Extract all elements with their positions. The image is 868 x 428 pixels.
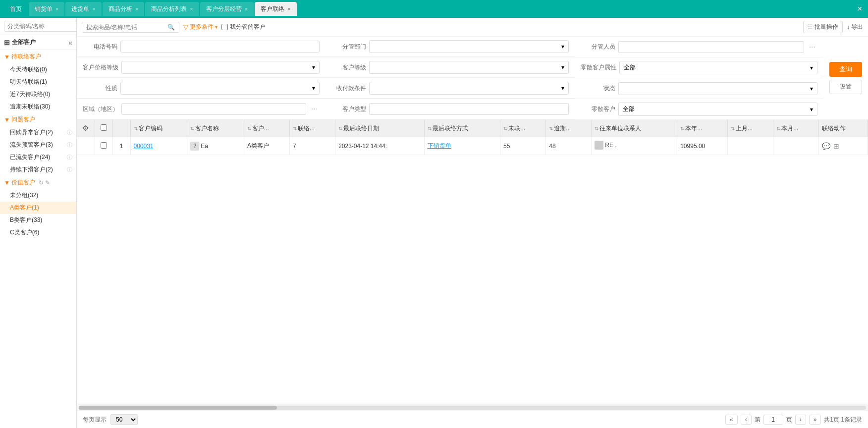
th-this-month: 本月... — [773, 120, 819, 137]
sidebar-item-unclassified[interactable]: 未分组(32) — [0, 189, 76, 202]
sidebar-item-7days[interactable]: 近7天待联络(0) — [0, 88, 76, 101]
filter-payment: 收付款条件 ▾ — [326, 78, 574, 99]
sidebar-item-b-class[interactable]: B类客户(33) — [0, 214, 76, 226]
grid-icon: ⊞ — [4, 39, 10, 47]
chat-icon[interactable]: 💬 — [822, 142, 830, 150]
section-problem-label: 问题客户 — [11, 115, 35, 124]
pagination: 每页显示 50 100 200 « ‹ 第 页 › » 共1页 1条记录 — [77, 411, 868, 428]
page-input[interactable] — [763, 415, 783, 425]
customer-type-input[interactable] — [369, 103, 568, 115]
region-input[interactable] — [121, 103, 306, 115]
sidebar-search-input[interactable] — [4, 21, 77, 32]
prev-page-btn[interactable]: ‹ — [741, 415, 752, 425]
export-btn[interactable]: ↓ 导出 — [847, 21, 863, 33]
sidebar-item-today[interactable]: 今天待联络(0) — [0, 63, 76, 76]
tab-product-list[interactable]: 商品分析列表 × — [145, 2, 199, 16]
filter-row-1: 电话号码 分管部门 ▾ — [77, 37, 823, 57]
search-icon[interactable]: 🔍 — [167, 24, 175, 31]
tab-customer-segment[interactable]: 客户分层经营 × — [200, 2, 254, 16]
row-select-checkbox[interactable] — [101, 142, 107, 149]
retail-attr-select[interactable]: 全部 ▾ — [619, 61, 817, 74]
th-action: 联络动作 — [819, 120, 868, 137]
nature-select[interactable]: ▾ — [120, 82, 320, 95]
sort-class[interactable]: 客户... — [247, 124, 286, 133]
column-settings-icon[interactable]: ⚙ — [82, 124, 89, 132]
search-input[interactable] — [86, 24, 165, 31]
last-method-link[interactable]: 下销货单 — [428, 142, 451, 149]
sort-unit-contact[interactable]: 往来单位联系人 — [595, 124, 674, 133]
tab-product-analysis-close[interactable]: × — [135, 6, 138, 12]
first-page-btn[interactable]: « — [725, 415, 738, 425]
query-btn[interactable]: 查询 — [829, 62, 862, 77]
customer-code-link[interactable]: 000031 — [134, 143, 154, 150]
section-pending-contact[interactable]: ▼ 待联络客户 — [0, 50, 76, 63]
more-icon[interactable]: ⊞ — [833, 142, 839, 150]
tab-customer-contact[interactable]: 客户联络 × — [255, 2, 296, 16]
sort-this-month[interactable]: 本月... — [776, 124, 815, 133]
payment-select[interactable]: ▾ — [369, 82, 568, 95]
section-value-customer[interactable]: ▼ 价值客户 ↻ ✎ — [0, 176, 76, 189]
tab-purchase-close[interactable]: × — [92, 6, 95, 12]
sort-no-contact[interactable]: 未联... — [503, 124, 542, 133]
sidebar-item-repurchase-abnormal[interactable]: 回购异常客户(2) ⓘ — [0, 126, 76, 139]
row-last-method: 下销货单 — [424, 137, 500, 155]
select-all-checkbox[interactable] — [101, 124, 107, 131]
region-dots[interactable]: ··· — [309, 105, 320, 113]
customer-level-select[interactable]: ▾ — [369, 61, 568, 74]
sort-code[interactable]: 客户编码 — [134, 124, 184, 133]
batch-label: 批量操作 — [814, 23, 838, 31]
settings-btn[interactable]: 设置 — [829, 80, 862, 94]
per-page-select[interactable]: 50 100 200 — [110, 414, 138, 425]
sidebar-item-churn-warning[interactable]: 流失预警客户(3) ⓘ — [0, 139, 76, 151]
manager-dots[interactable]: ··· — [807, 43, 817, 52]
sort-last-month[interactable]: 上月... — [731, 124, 770, 133]
tab-product-analysis[interactable]: 商品分析 × — [103, 2, 144, 16]
horizontal-scrollbar[interactable] — [77, 404, 868, 411]
section-problem-customer[interactable]: ▼ 问题客户 — [0, 113, 76, 126]
th-last-month: 上月... — [728, 120, 773, 137]
sidebar-item-overdue[interactable]: 逾期未联络(30) — [0, 101, 76, 113]
sidebar-item-c-class[interactable]: C类客户(6) — [0, 226, 76, 239]
more-filter-btn[interactable]: ▽ 更多条件 ▾ — [183, 23, 217, 31]
unit-contact-avatar — [595, 141, 603, 150]
window-close-btn[interactable]: × — [856, 2, 864, 15]
value-edit-icon[interactable]: ✎ — [45, 179, 50, 186]
sort-contact[interactable]: 联络... — [293, 124, 332, 133]
sidebar-item-a-class[interactable]: A类客户(1) — [0, 202, 76, 214]
info-icon-2: ⓘ — [67, 154, 72, 161]
sidebar-item-declining[interactable]: 持续下滑客户(2) ⓘ — [0, 163, 76, 176]
tab-purchase[interactable]: 进货单 × — [65, 2, 101, 16]
sort-name[interactable]: 客户名称 — [190, 124, 241, 133]
tab-customer-segment-close[interactable]: × — [245, 6, 248, 12]
sidebar-item-churned[interactable]: 已流失客户(24) ⓘ — [0, 151, 76, 163]
tab-sales-close[interactable]: × — [55, 6, 58, 12]
filter-nature: 性质 ▾ — [77, 78, 326, 99]
tab-sales[interactable]: 销货单 × — [29, 2, 64, 16]
tab-customer-contact-label: 客户联络 — [261, 5, 284, 13]
manager-input[interactable] — [618, 41, 804, 53]
filter-region: 区域（地区） ··· — [77, 99, 326, 119]
tab-home[interactable]: 首页 — [4, 2, 28, 16]
next-page-btn[interactable]: › — [795, 415, 806, 425]
dept-select[interactable]: ▾ — [369, 40, 568, 53]
my-customers-checkbox[interactable]: 我分管的客户 — [221, 23, 266, 31]
status-select[interactable]: ▾ — [618, 82, 817, 95]
sort-overdue[interactable]: 逾期... — [549, 124, 588, 133]
tab-customer-contact-close[interactable]: × — [287, 6, 290, 12]
sort-last-method[interactable]: 最后联络方式 — [428, 124, 497, 133]
batch-btn[interactable]: ☰ 批量操作 — [803, 21, 843, 33]
retail-select[interactable]: 全部 ▾ — [618, 103, 817, 116]
my-customers-check[interactable] — [221, 24, 228, 30]
value-refresh-icon[interactable]: ↻ — [39, 179, 44, 186]
price-level-select[interactable]: ▾ — [121, 61, 320, 74]
sort-this-year[interactable]: 本年... — [680, 124, 724, 133]
sort-last-date[interactable]: 最后联络日期 — [338, 124, 421, 133]
sidebar-collapse-btn[interactable]: « — [68, 39, 72, 47]
sidebar-all-customers-header: ⊞ 全部客户 « — [0, 35, 76, 50]
row-name: ? Ea — [187, 137, 244, 155]
sidebar-item-tomorrow[interactable]: 明天待联络(1) — [0, 76, 76, 88]
scroll-thumb[interactable] — [79, 406, 277, 410]
last-page-btn[interactable]: » — [809, 415, 821, 425]
phone-input[interactable] — [120, 41, 320, 53]
tab-product-list-close[interactable]: × — [190, 6, 193, 12]
